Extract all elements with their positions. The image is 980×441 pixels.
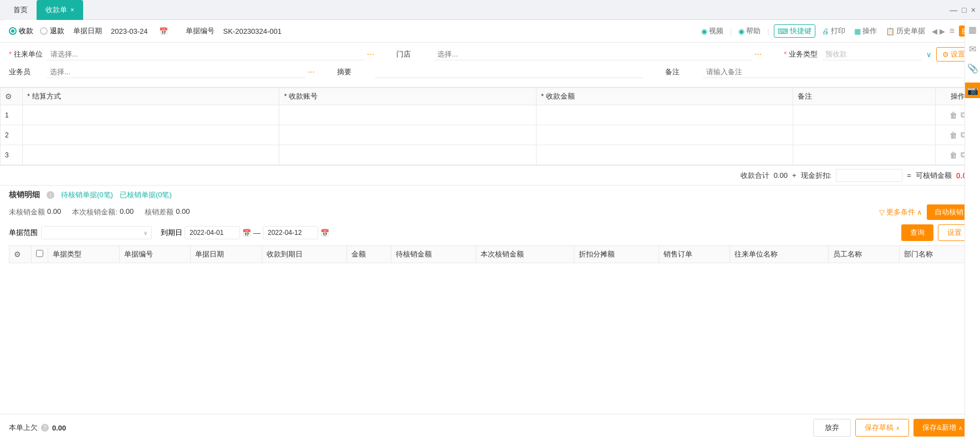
abandon-btn[interactable]: 放弃 (813, 419, 851, 437)
row2-settlement[interactable] (23, 125, 279, 145)
th-account: * 收款账号 (279, 88, 536, 105)
row2-delete-icon[interactable]: 🗑 (950, 131, 957, 140)
notes-input[interactable] (703, 66, 971, 78)
shop-input[interactable] (434, 48, 752, 60)
col-type-label: 单据类型 (53, 250, 81, 258)
col-this-cancel-label: 本次核销金额 (481, 250, 524, 258)
sidebar-camera-icon[interactable]: 📷 (965, 83, 981, 98)
help-btn[interactable]: ◉ 帮助 (736, 25, 763, 37)
window-close-icon[interactable]: × (971, 6, 976, 14)
partner-label: 往来单位 (9, 49, 43, 59)
row1-account[interactable] (279, 105, 536, 125)
history-label: 历史单据 (896, 26, 925, 36)
bottom-table-header: ⚙ 单据类型 单据编号 单据日期 (9, 246, 971, 263)
this-cancel-label: 本次核销金额: (72, 207, 118, 217)
nav-right-icon[interactable]: ▶ (940, 27, 945, 35)
receipt-label: 收款 (19, 26, 33, 36)
save-new-btn[interactable]: 保存&新增 ∧ (913, 419, 971, 437)
notes-field: 备注 (665, 66, 971, 78)
calendar-icon[interactable]: 📅 (159, 27, 168, 35)
discount-input[interactable] (836, 169, 902, 182)
col-actions-label: 操作 (951, 92, 965, 100)
due-start-input[interactable] (185, 226, 240, 239)
tab-home[interactable]: 首页 (4, 0, 37, 20)
th-due: 收款到期日 (262, 246, 346, 263)
bottom-table-gear-icon[interactable]: ⚙ (14, 250, 21, 259)
table-row: 2 🗑 ⧉ (1, 125, 980, 145)
row3-delete-icon[interactable]: 🗑 (950, 151, 957, 160)
row2-amount[interactable] (536, 125, 793, 145)
partner-more-btn[interactable]: ··· (367, 49, 374, 59)
sidebar-table-icon[interactable]: ▦ (968, 24, 977, 35)
due-date-field: 到期日 📅 — 📅 (161, 226, 329, 239)
funnel-icon: ▽ (879, 208, 885, 217)
col-pending-label: 待核销金额 (396, 250, 432, 258)
this-cancel-stat: 本次核销金额: 0.00 (72, 207, 134, 217)
filter-right: ▽ 更多条件 ∧ 自动核销 (879, 204, 971, 220)
table-header-row: ⚙ * 结算方式 * 收款账号 * 收款金额 备注 操作 (1, 88, 980, 105)
staff-input[interactable] (47, 66, 305, 78)
window-min-icon[interactable]: — (950, 6, 957, 14)
receipt-table: ⚙ * 结算方式 * 收款账号 * 收款金额 备注 操作 (0, 88, 980, 165)
col-dept-label: 部门名称 (904, 250, 933, 258)
range-select[interactable] (41, 226, 152, 239)
pending-tab-link[interactable]: 待核销单据(0笔) (61, 190, 113, 200)
uncancelled-value: 0.00 (47, 207, 61, 217)
window-max-icon[interactable]: □ (962, 6, 966, 14)
writeoff-info-icon[interactable]: i (47, 191, 54, 199)
video-btn[interactable]: ◉ 视频 (699, 25, 726, 37)
col-settlement-label: * 结算方式 (27, 92, 61, 100)
tab-close-icon[interactable]: × (70, 6, 74, 14)
nav-left-icon[interactable]: ◀ (932, 27, 937, 35)
shop-more-btn[interactable]: ··· (754, 49, 762, 59)
date-value: 2023-03-24 (111, 27, 148, 35)
sidebar-email-icon[interactable]: ✉ (969, 44, 976, 54)
print-btn[interactable]: 🖨 打印 (820, 25, 848, 37)
available-label: 可核销金额 (916, 171, 952, 181)
tab-receipts[interactable]: 收款单 × (37, 0, 83, 20)
list-view-icon[interactable]: ≡ (950, 26, 955, 36)
row3-account[interactable] (279, 145, 536, 165)
query-btn[interactable]: 查询 (901, 224, 933, 241)
partner-input[interactable] (47, 48, 365, 60)
diff-value: 0.00 (176, 207, 190, 217)
summary-input[interactable] (375, 66, 643, 78)
th-number: 单据编号 (119, 246, 191, 263)
operate-icon: ▦ (854, 27, 861, 35)
due-start-cal-icon[interactable]: 📅 (242, 229, 251, 237)
row2-notes[interactable] (793, 125, 936, 145)
staff-more-btn[interactable]: ··· (308, 67, 315, 77)
refund-radio[interactable]: 退款 (40, 26, 64, 36)
due-end-input[interactable] (263, 226, 318, 239)
select-all-checkbox[interactable] (36, 250, 43, 257)
row2-account[interactable] (279, 125, 536, 145)
staff-label: 业务员 (9, 67, 42, 77)
row2-num: 2 (1, 125, 23, 145)
shortcut-label: 快捷键 (790, 26, 811, 36)
row1-amount[interactable] (536, 105, 793, 125)
row3-notes[interactable] (793, 145, 936, 165)
table-gear-icon[interactable]: ⚙ (5, 92, 12, 101)
sidebar-clip-icon[interactable]: 📎 (967, 63, 978, 74)
row3-settlement[interactable] (23, 145, 279, 165)
row1-delete-icon[interactable]: 🗑 (950, 111, 957, 120)
operate-btn[interactable]: ▦ 操作 (852, 25, 879, 37)
row1-notes[interactable] (793, 105, 936, 125)
col-account-label: * 收款账号 (284, 92, 318, 100)
history-icon: 📋 (886, 27, 895, 35)
row1-settlement[interactable] (23, 105, 279, 125)
more-filters-btn[interactable]: ▽ 更多条件 ∧ (879, 207, 922, 217)
tab-receipts-label: 收款单 (45, 5, 67, 15)
business-type-input[interactable] (822, 48, 922, 60)
shop-label: 门店 (396, 49, 430, 59)
th-dept: 部门名称 (900, 246, 971, 263)
done-tab-link[interactable]: 已核销单据(0笔) (120, 190, 172, 200)
receipt-radio[interactable]: 收款 (9, 26, 33, 36)
history-btn[interactable]: 📋 历史单据 (884, 25, 927, 37)
save-draft-btn[interactable]: 保存草稿 ∧ (855, 419, 909, 437)
row3-amount[interactable] (536, 145, 793, 165)
footer-info-icon[interactable]: ? (41, 424, 49, 432)
business-type-chevron[interactable]: ∨ (926, 50, 932, 59)
shortcut-btn[interactable]: ⌨ 快捷键 (774, 24, 815, 38)
due-end-cal-icon[interactable]: 📅 (320, 229, 329, 237)
